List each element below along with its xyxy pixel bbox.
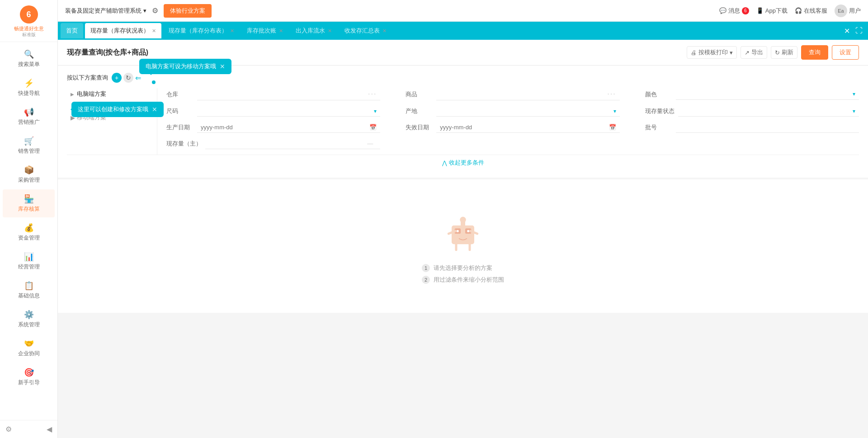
- goods-dots[interactable]: ···: [607, 90, 616, 98]
- origin-input[interactable]: [440, 108, 613, 114]
- sidebar-item-label: 基础信息: [18, 292, 40, 300]
- sidebar-item-purchase[interactable]: 📦 采购管理: [3, 160, 55, 188]
- tab-in-out-flow-close[interactable]: ✕: [328, 28, 332, 34]
- tab-batch-ledger[interactable]: 库存批次账 ✕: [241, 23, 288, 38]
- refresh-btn[interactable]: ↻ 刷新: [771, 46, 797, 59]
- sidebar-item-sales[interactable]: 🛒 销售管理: [3, 132, 55, 160]
- print-template-btn[interactable]: 🖨 按模板打印 ▾: [687, 46, 737, 59]
- svg-point-6: [460, 217, 466, 223]
- sidebar-item-guide[interactable]: 🎯 新手引导: [3, 363, 55, 391]
- warehouse-dots[interactable]: ···: [368, 90, 377, 98]
- refresh-scheme-btn[interactable]: ↻: [123, 73, 133, 83]
- expiry-date-wrap[interactable]: 📅: [436, 122, 619, 133]
- settings-footer-icon[interactable]: ⚙: [5, 425, 12, 433]
- tooltip1-close[interactable]: ✕: [220, 63, 225, 70]
- filter-actions: + ↻ ⇐: [112, 73, 141, 83]
- hint-num-2: 2: [422, 276, 430, 284]
- sidebar-footer: ⚙ ◀: [0, 420, 57, 438]
- top-header: 装备及固定资产辅助管理系统 ▾ ⚙ 体验行业方案 💬 消息 6 📱 App下载 …: [58, 0, 868, 22]
- origin-select[interactable]: ▾: [436, 106, 619, 117]
- close-all-tabs-btn[interactable]: ✕: [842, 25, 852, 37]
- stock-status-select[interactable]: ▾: [678, 106, 859, 117]
- batch-no-input[interactable]: [676, 122, 859, 133]
- sidebar-item-finance[interactable]: 💰 资金管理: [3, 218, 55, 246]
- sidebar-item-inventory[interactable]: 🏪 库存核算: [3, 189, 55, 217]
- app-download-btn[interactable]: 📱 App下载: [756, 7, 788, 15]
- collapse-bar[interactable]: ⋀ 收起更多条件: [67, 155, 859, 170]
- filter-origin: 产地 ▾: [406, 106, 619, 117]
- filter-expiry-date: 失效日期 📅: [406, 122, 619, 133]
- goods-select[interactable]: ···: [436, 88, 619, 100]
- warehouse-input[interactable]: [201, 91, 368, 98]
- warehouse-select[interactable]: ···: [197, 88, 380, 100]
- color-select[interactable]: ▾: [676, 89, 859, 100]
- back-icon[interactable]: ⇐: [135, 74, 141, 82]
- tab-batch-ledger-close[interactable]: ✕: [279, 28, 283, 34]
- expiry-date-calendar-icon[interactable]: 📅: [609, 124, 616, 131]
- stock-status-input[interactable]: [682, 108, 853, 114]
- tab-inventory-dist-close[interactable]: ✕: [230, 28, 234, 34]
- sidebar-item-operations[interactable]: 📊 经营管理: [3, 247, 55, 275]
- page-title: 现存量查询(按仓库+商品): [67, 48, 148, 57]
- goods-input[interactable]: [440, 91, 607, 98]
- tab-inventory-status-close[interactable]: ✕: [152, 28, 156, 34]
- fullscreen-btn[interactable]: ⛶: [854, 25, 864, 37]
- settings-icon-header[interactable]: ⚙: [152, 6, 158, 15]
- production-date-calendar-icon[interactable]: 📅: [369, 124, 377, 131]
- color-input[interactable]: [679, 91, 853, 98]
- expiry-date-input[interactable]: [440, 124, 607, 131]
- add-scheme-btn[interactable]: +: [112, 73, 122, 83]
- refresh-icon: ↻: [775, 49, 780, 56]
- collapse-sidebar-icon[interactable]: ◀: [47, 425, 52, 433]
- collapse-up-icon: ⋀: [442, 160, 447, 166]
- size-input[interactable]: [201, 108, 374, 114]
- size-arrow: ▾: [374, 108, 377, 114]
- system-name-select[interactable]: 装备及固定资产辅助管理系统 ▾: [65, 7, 146, 15]
- tab-inventory-status[interactable]: 现存量（库存状况表） ✕: [85, 23, 161, 38]
- scheme-dot-indicator: [152, 80, 156, 84]
- header-left: 装备及固定资产辅助管理系统 ▾ ⚙ 体验行业方案: [65, 4, 212, 18]
- stock-main-input[interactable]: [209, 140, 362, 147]
- message-btn[interactable]: 💬 消息 6: [719, 7, 749, 15]
- sidebar-item-enterprise[interactable]: 🤝 企业协同: [3, 334, 55, 362]
- origin-arrow: ▾: [613, 108, 616, 114]
- user-avatar: Ea: [835, 5, 847, 17]
- production-date-input[interactable]: [201, 124, 368, 131]
- sidebar-item-quick[interactable]: ⚡ 快捷导航: [3, 74, 55, 102]
- tab-collect-summary[interactable]: 收发存汇总表 ✕: [339, 23, 392, 38]
- sidebar-item-search[interactable]: 🔍 搜索菜单: [3, 45, 55, 73]
- online-support-btn[interactable]: 🎧 在线客服: [795, 7, 827, 15]
- tooltip2-close[interactable]: ✕: [152, 106, 157, 113]
- goods-label: 商品: [406, 90, 433, 99]
- hint-num-1: 1: [422, 264, 430, 272]
- brand-name: 畅捷通好生意: [14, 25, 44, 32]
- query-btn[interactable]: 查询: [801, 45, 828, 60]
- sidebar-item-marketing[interactable]: 📢 营销推广: [3, 103, 55, 131]
- headset-icon: 🎧: [795, 7, 802, 14]
- scheme-tree-panel: 这里可以创建和修改方案哦 ✕ ▶ 电脑端方案 按商品 ▶ 移动端方: [67, 88, 157, 155]
- trial-btn[interactable]: 体验行业方案: [164, 4, 212, 18]
- tab-collect-summary-close[interactable]: ✕: [382, 28, 387, 34]
- quick-icon: ⚡: [24, 78, 34, 88]
- sales-icon: 🛒: [24, 136, 34, 146]
- filter-body: 这里可以创建和修改方案哦 ✕ ▶ 电脑端方案 按商品 ▶ 移动端方: [67, 88, 859, 155]
- sidebar-item-label: 新手引导: [18, 379, 40, 386]
- user-menu-btn[interactable]: Ea 用户: [835, 5, 861, 17]
- refresh-label: 刷新: [782, 48, 793, 57]
- export-btn[interactable]: ↗ 导出: [741, 46, 767, 59]
- scheme-desktop-group[interactable]: ▶ 电脑端方案: [67, 88, 151, 100]
- sidebar-item-basic[interactable]: 📋 基础信息: [3, 276, 55, 304]
- settings-btn[interactable]: 设置: [832, 45, 859, 60]
- production-date-wrap[interactable]: 📅: [197, 122, 380, 133]
- tab-inventory-dist[interactable]: 现存量（库存分布表） ✕: [163, 23, 240, 38]
- tab-in-out-flow[interactable]: 出入库流水 ✕: [290, 23, 337, 38]
- sidebar-item-system[interactable]: ⚙️ 系统管理: [3, 305, 55, 333]
- production-date-label: 生产日期: [166, 123, 193, 132]
- tab-home[interactable]: 首页: [61, 23, 83, 38]
- size-select[interactable]: ▾: [197, 106, 380, 117]
- stock-main-label: 现存量（主）: [166, 140, 202, 148]
- sidebar-item-label: 快捷导航: [18, 89, 40, 97]
- stock-main-wrap[interactable]: —: [205, 138, 380, 149]
- print-dropdown-arrow: ▾: [730, 49, 733, 56]
- filter-size: 尺码 ▾: [166, 106, 380, 117]
